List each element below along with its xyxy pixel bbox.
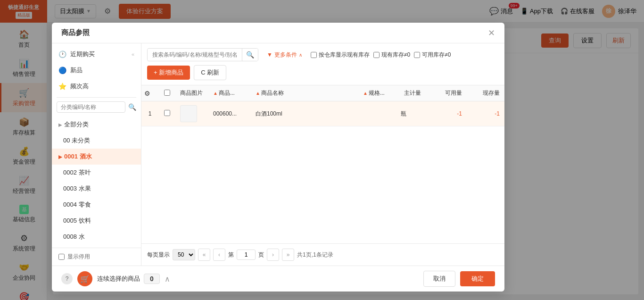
stock-nonzero-checkbox[interactable]	[373, 52, 380, 58]
page-number-input[interactable]	[237, 250, 256, 260]
col-avail-label: 可用量	[445, 90, 462, 96]
selected-label: 连续选择的商品	[97, 275, 140, 283]
cat-liquor[interactable]: ▶ 0001 酒水	[52, 149, 141, 165]
cat-uncategorized[interactable]: 00 未分类	[52, 133, 141, 149]
close-icon[interactable]: ✕	[488, 29, 495, 37]
page-info: 共1页,1条记录	[297, 251, 333, 259]
table-container: ⚙ 商品图片	[141, 85, 504, 243]
cat-label: 0005 饮料	[63, 217, 91, 224]
filter-label: 更多条件	[274, 51, 297, 59]
collapse-footer-icon[interactable]: ∧	[165, 275, 170, 283]
row-avail: -1	[429, 101, 467, 126]
checkbox-stock-nonzero[interactable]: 现有库存≠0	[373, 51, 410, 59]
cat-drink[interactable]: 0005 饮料	[52, 213, 141, 229]
checkbox-avail-nonzero[interactable]: 可用库存≠0	[414, 51, 451, 59]
nav-high-freq[interactable]: ⭐ 频次高	[52, 78, 141, 94]
col-name-header[interactable]: ▲ 商品名称	[251, 85, 358, 101]
col-code-header[interactable]: ▲ 商品...	[208, 85, 251, 101]
pagination: 每页显示 50 « ‹ 第 页 › » 共1页,1条记录	[141, 243, 504, 266]
modal-overlay: 商品参照 ✕ 🕐 近期购买 « 🔵	[0, 0, 644, 300]
col-avail-header: 可用量	[429, 85, 467, 101]
checkbox-warehouse[interactable]: 按仓库显示现有库存	[311, 51, 370, 59]
cat-tea[interactable]: 0002 茶叶	[52, 165, 141, 181]
recent-icon: 🕐	[58, 50, 66, 58]
show-disabled-area: 显示停用	[52, 248, 141, 266]
checkbox-label: 可用库存≠0	[422, 51, 451, 59]
checkbox-label: 按仓库显示现有库存	[319, 51, 370, 59]
search-button[interactable]: 🔍	[242, 49, 258, 61]
category-search-input[interactable]	[57, 101, 125, 113]
nav-new-product[interactable]: 🔵 新品	[52, 62, 141, 78]
nav-item-label: 近期购买	[70, 50, 95, 58]
select-all-checkbox[interactable]	[164, 90, 170, 96]
modal-title: 商品参照	[61, 28, 90, 37]
nav-item-label: 新品	[70, 66, 83, 75]
sort-asc-icon: ▲	[363, 91, 368, 96]
collapse-icon[interactable]: «	[132, 51, 134, 57]
row-checkbox	[158, 101, 175, 126]
per-page-select[interactable]: 50	[173, 249, 195, 260]
filter-button[interactable]: ▼ 更多条件 ∧	[262, 49, 307, 61]
checkbox-label: 现有库存≠0	[381, 51, 410, 59]
confirm-button[interactable]: 确定	[460, 271, 495, 286]
col-spec-header[interactable]: ▲ 规格...	[358, 85, 396, 101]
col-check-header	[158, 85, 175, 101]
next-page-button[interactable]: ›	[267, 249, 279, 261]
cat-label: 0002 茶叶	[63, 169, 91, 176]
col-img-header: 商品图片	[175, 85, 208, 101]
col-code-label: 商品...	[219, 89, 235, 97]
cat-fruit[interactable]: 0003 水果	[52, 181, 141, 197]
add-product-button[interactable]: + 新增商品	[147, 66, 190, 80]
page-label: 第	[228, 251, 234, 259]
cart-icon[interactable]: 🛒	[77, 271, 92, 286]
first-page-button[interactable]: «	[198, 249, 210, 261]
search-box: 🔍	[147, 48, 258, 61]
col-stock-header: 现存量	[467, 85, 504, 101]
category-search-area: 🔍	[52, 98, 141, 117]
table-row[interactable]: 1 000600...	[141, 101, 504, 126]
col-img-label: 商品图片	[180, 89, 203, 97]
selected-count-area: 连续选择的商品 0	[97, 274, 160, 284]
row-img	[175, 101, 208, 126]
col-setting-header: ⚙	[141, 85, 158, 101]
table-toolbar: 🔍 ▼ 更多条件 ∧ 按仓库显示现有库存	[141, 43, 504, 85]
refresh-button[interactable]: C 刷新	[194, 65, 226, 80]
filter-icon: ▼	[267, 51, 272, 58]
row-select-checkbox[interactable]	[164, 110, 170, 116]
freq-icon: ⭐	[58, 83, 66, 90]
cat-label: 0001 酒水	[64, 152, 92, 161]
product-image	[180, 105, 197, 122]
cat-label: 0003 水果	[63, 185, 91, 192]
nav-recent-purchase[interactable]: 🕐 近期购买 «	[52, 46, 141, 62]
category-search-icon[interactable]: 🔍	[128, 103, 136, 111]
search-input[interactable]	[148, 49, 242, 60]
col-stock-label: 现存量	[483, 90, 500, 96]
cat-all[interactable]: ▶ 全部分类	[52, 117, 141, 133]
row-index: 1	[141, 101, 158, 126]
row-unit: 瓶	[396, 101, 429, 126]
cat-water[interactable]: 0008 水	[52, 229, 141, 245]
show-disabled-checkbox[interactable]	[58, 254, 65, 260]
setting-icon[interactable]: ⚙	[144, 90, 150, 97]
help-icon[interactable]: ?	[61, 273, 73, 284]
nav-item-label: 频次高	[70, 82, 89, 91]
cat-label: 全部分类	[64, 120, 89, 129]
modal-footer: ? 🛒 连续选择的商品 0 ∧ 取消 确定	[52, 266, 504, 292]
warehouse-checkbox[interactable]	[311, 52, 317, 58]
sort-asc-icon: ▲	[256, 91, 260, 96]
col-spec-label: 规格...	[369, 89, 385, 97]
sort-asc-icon: ▲	[213, 91, 218, 96]
product-table: ⚙ 商品图片	[141, 85, 504, 126]
row-stock: -1	[467, 101, 504, 126]
right-panel: 🔍 ▼ 更多条件 ∧ 按仓库显示现有库存	[141, 43, 504, 266]
prev-page-button[interactable]: ‹	[213, 249, 225, 261]
col-unit-header: 主计量	[396, 85, 429, 101]
cancel-button[interactable]: 取消	[423, 271, 455, 287]
row-code: 000600...	[208, 101, 251, 126]
modal-dialog: 商品参照 ✕ 🕐 近期购买 « 🔵	[52, 23, 504, 292]
col-name-label: 商品名称	[261, 89, 284, 97]
cat-snack[interactable]: 0004 零食	[52, 197, 141, 213]
avail-nonzero-checkbox[interactable]	[414, 52, 420, 58]
last-page-button[interactable]: »	[282, 249, 294, 261]
page-unit-label: 页	[258, 251, 264, 259]
